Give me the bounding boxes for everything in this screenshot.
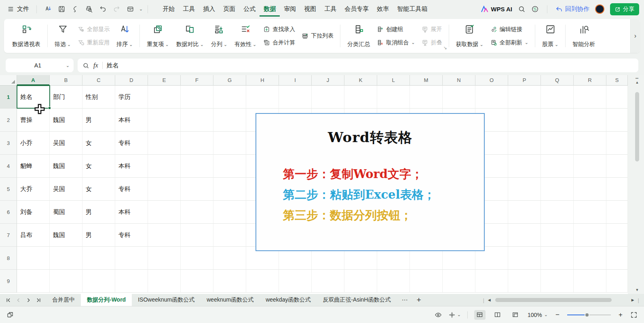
cell-C9[interactable]	[82, 270, 115, 293]
cell-N9[interactable]	[443, 270, 475, 293]
cell-Q7[interactable]	[541, 224, 574, 247]
horizontal-scroll-thumb[interactable]	[495, 298, 612, 302]
fullscreen-icon[interactable]	[630, 311, 638, 319]
menu-tab-3[interactable]: 页面	[219, 2, 239, 17]
sheet-tab-2[interactable]: ISOweeknum函数公式	[132, 294, 201, 306]
cell-E7[interactable]	[148, 224, 181, 247]
cell-R3[interactable]	[574, 132, 606, 155]
cell-P1[interactable]	[508, 86, 541, 109]
sheet-tab-4[interactable]: weekday函数公式	[260, 294, 317, 306]
cell-S3[interactable]	[606, 132, 628, 155]
cell-E6[interactable]	[148, 201, 181, 224]
cell-L1[interactable]	[377, 86, 410, 109]
cell-C5[interactable]: 女	[82, 178, 115, 201]
col-header-R[interactable]: R	[574, 75, 606, 86]
cell-C1[interactable]: 性别	[82, 86, 115, 109]
chevron-down-icon[interactable]: ⌄	[139, 7, 143, 11]
cell-Q6[interactable]	[541, 201, 574, 224]
vertical-scroll-thumb[interactable]	[635, 92, 639, 162]
menu-tab-0[interactable]: 开始	[158, 2, 179, 17]
scroll-up-icon[interactable]: ▲	[636, 80, 639, 85]
col-header-P[interactable]: P	[508, 75, 541, 86]
merge-calc-button[interactable]: 合并计算	[262, 38, 296, 47]
cell-B2[interactable]: 魏国	[50, 109, 82, 132]
wps-ai-button[interactable]: WPS AI	[481, 5, 512, 13]
cell-E9[interactable]	[148, 270, 181, 293]
cell-R8[interactable]	[574, 247, 606, 270]
sheet-tab-5[interactable]: 反双曲正弦-AsinH函数公式	[317, 294, 397, 306]
cell-A9[interactable]	[17, 270, 50, 293]
cell-P6[interactable]	[508, 201, 541, 224]
cell-F1[interactable]	[181, 86, 213, 109]
cell-G5[interactable]	[213, 178, 246, 201]
cell-Q1[interactable]	[541, 86, 574, 109]
cell-C6[interactable]: 男	[82, 201, 115, 224]
cell-F8[interactable]	[181, 247, 213, 270]
cell-Q2[interactable]	[541, 109, 574, 132]
menu-tab-10[interactable]: 效率	[373, 2, 393, 17]
cell-S9[interactable]	[606, 270, 628, 293]
col-header-E[interactable]: E	[148, 75, 181, 86]
create-group-button[interactable]: 创建组	[376, 25, 416, 34]
compare-button[interactable]: 数据对比⌄	[173, 22, 207, 50]
text-box-object[interactable]: Word转表格 第一步：复制Word文字；第二步：粘贴到Excel表格；第三步：…	[255, 113, 485, 251]
cell-D9[interactable]	[115, 270, 148, 293]
cell-F7[interactable]	[181, 224, 213, 247]
export-icon[interactable]	[44, 5, 52, 13]
row-header-2[interactable]: 2	[0, 109, 17, 132]
row-header-4[interactable]: 4	[0, 155, 17, 178]
cell-P4[interactable]	[508, 155, 541, 178]
cell-O9[interactable]	[475, 270, 508, 293]
cell-D1[interactable]: 学历	[115, 86, 148, 109]
filter-button[interactable]: 筛选⌄	[51, 22, 74, 50]
col-header-L[interactable]: L	[377, 75, 410, 86]
cell-P8[interactable]	[508, 247, 541, 270]
cell-Q9[interactable]	[541, 270, 574, 293]
formula-search-icon[interactable]	[82, 62, 89, 69]
pivot-table-button[interactable]: 数据透视表	[8, 22, 44, 50]
cell-G8[interactable]	[213, 247, 246, 270]
menu-tab-5[interactable]: 数据	[260, 2, 280, 17]
cell-P9[interactable]	[508, 270, 541, 293]
cell-F5[interactable]	[181, 178, 213, 201]
cell-B1[interactable]: 部门	[50, 86, 82, 109]
row-header-5[interactable]: 5	[0, 178, 17, 201]
cell-S4[interactable]	[606, 155, 628, 178]
zoom-in-button[interactable]: +	[617, 311, 624, 319]
cell-O1[interactable]	[475, 86, 508, 109]
cell-B7[interactable]: 魏国	[50, 224, 82, 247]
col-header-S[interactable]: S	[606, 75, 628, 86]
col-header-K[interactable]: K	[344, 75, 377, 86]
cell-N1[interactable]	[443, 86, 475, 109]
cell-R6[interactable]	[574, 201, 606, 224]
cell-F2[interactable]	[181, 109, 213, 132]
menu-tab-4[interactable]: 公式	[239, 2, 260, 17]
sort-button[interactable]: 排序⌄	[113, 22, 136, 50]
dropdown-list-button[interactable]: 下拉列表	[301, 31, 334, 40]
col-header-I[interactable]: I	[279, 75, 312, 86]
zoom-level[interactable]: 100% ⌄	[528, 312, 548, 318]
eye-icon[interactable]	[435, 311, 442, 319]
more-sheets-button[interactable]: ⋯	[397, 294, 413, 306]
validation-button[interactable]: 有效性⌄	[231, 22, 260, 50]
row-header-9[interactable]: 9	[0, 270, 17, 293]
cell-Q3[interactable]	[541, 132, 574, 155]
cell-C2[interactable]: 男	[82, 109, 115, 132]
split-columns-button[interactable]: 分列⌄	[207, 22, 231, 50]
name-box[interactable]: A1 ⌄	[6, 59, 74, 72]
cell-E1[interactable]	[148, 86, 181, 109]
cell-S2[interactable]	[606, 109, 628, 132]
cell-R1[interactable]	[574, 86, 606, 109]
cell-A7[interactable]: 吕布	[17, 224, 50, 247]
smart-analysis-button[interactable]: 智能分析	[569, 22, 599, 50]
col-header-N[interactable]: N	[443, 75, 475, 86]
cell-E3[interactable]	[148, 132, 181, 155]
cell-D6[interactable]: 本科	[115, 201, 148, 224]
chevron-down-icon[interactable]: ⌄	[457, 313, 461, 317]
zoom-out-button[interactable]: −	[554, 311, 561, 319]
cell-P2[interactable]	[508, 109, 541, 132]
back-to-collab-button[interactable]: 回到协作	[555, 5, 589, 13]
add-sheet-button[interactable]: +	[413, 294, 424, 306]
toolbar-box-icon[interactable]	[127, 5, 134, 13]
row-header-1[interactable]: 1	[0, 86, 17, 109]
